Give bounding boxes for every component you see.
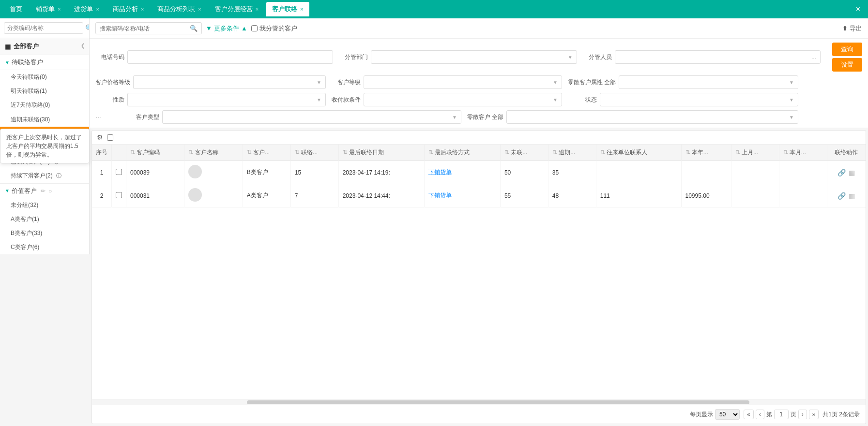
settings-button[interactable]: 设置	[832, 58, 862, 72]
filter-customer-level-select[interactable]: ▼	[364, 75, 562, 89]
row2-unc-val: 55	[504, 192, 511, 199]
sidebar-pending-group[interactable]: ▼ 待联络客户	[0, 55, 89, 70]
unclassified-label: 未分组(32)	[11, 202, 38, 208]
sidebar-item-b-class[interactable]: B类客户(33)	[0, 226, 89, 240]
sidebar-item-a-class[interactable]: A类客户(1)	[0, 212, 89, 226]
query-button[interactable]: 查询	[832, 43, 862, 56]
first-page-button[interactable]: «	[744, 410, 754, 419]
filter-phone-input[interactable]	[127, 50, 333, 64]
tab-home-label: 首页	[10, 5, 22, 14]
row2-grid-icon[interactable]: ▦	[849, 192, 855, 200]
sidebar-item-today-pending[interactable]: 今天待联络(0)	[0, 70, 89, 84]
filter-search-icon[interactable]: 🔍	[190, 25, 198, 32]
tomorrow-pending-label: 明天待联络(1)	[11, 88, 47, 94]
per-page-select[interactable]: 50 100 200	[715, 409, 740, 420]
row2-link-icon[interactable]: 🔗	[838, 192, 846, 200]
row2-last-method: 下销货单	[424, 184, 500, 207]
sidebar-item-tomorrow-pending[interactable]: 明天待联络(1)	[0, 84, 89, 98]
circle-icon[interactable]: ○	[48, 188, 52, 194]
tab-product-analysis-list[interactable]: 商品分析列表 ×	[152, 2, 207, 16]
col-header-name[interactable]: ⇅ 客户名称	[184, 145, 243, 161]
scrollbar-thumb[interactable]	[247, 400, 750, 404]
table-scroll[interactable]: 序号 ⇅ 客户编码 ⇅ 客户名称 ⇅	[92, 145, 866, 399]
filter-payment-select[interactable]: ▼	[364, 93, 562, 106]
grid-icon: ▦	[5, 43, 11, 50]
tab-purchase[interactable]: 进货单 ×	[68, 2, 105, 16]
tab-product-analysis-list-close[interactable]: ×	[198, 6, 201, 12]
row1-link-icon[interactable]: 🔗	[838, 169, 846, 176]
tab-sales[interactable]: 销货单 ×	[30, 2, 66, 16]
filter-price-level-select[interactable]: ▼	[133, 75, 326, 89]
page-number-input[interactable]	[774, 410, 789, 419]
sidebar-search-input[interactable]	[4, 22, 83, 34]
tab-customer-contact-close[interactable]: ×	[300, 6, 303, 12]
tab-product-analysis-list-label: 商品分析列表	[157, 5, 195, 14]
horizontal-scrollbar[interactable]	[92, 399, 866, 405]
tab-customer-stratify[interactable]: 客户分层经营 ×	[209, 2, 264, 16]
sort-icon-lm: ⇅	[735, 149, 740, 156]
tab-customer-stratify-close[interactable]: ×	[256, 6, 259, 12]
col-header-last-date[interactable]: ⇅ 最后联络日期	[338, 145, 424, 161]
row1-checkbox[interactable]	[116, 169, 122, 175]
my-customers-checkbox[interactable]	[251, 25, 258, 31]
sidebar-item-c-class[interactable]: C类客户(6)	[0, 240, 89, 254]
filter-nature-select[interactable]: ▼	[127, 93, 326, 106]
sidebar-search-icon[interactable]: 🔍	[85, 24, 90, 32]
select-all-checkbox[interactable]	[107, 134, 113, 141]
export-button[interactable]: ⬆ 导出	[842, 24, 862, 33]
sidebar-collapse-btn[interactable]: 《	[78, 42, 84, 51]
tab-product-analysis-close[interactable]: ×	[141, 6, 144, 12]
col-header-num: 序号	[92, 145, 112, 161]
filter-search-input[interactable]	[100, 25, 188, 32]
row1-method-val[interactable]: 下销货单	[428, 169, 452, 176]
tooltip-box: 距客户上次交易时长，超过了此客户的平均交易周期的1.5倍，则视为异常。	[0, 129, 90, 163]
col-header-uncontacted[interactable]: ⇅ 未联...	[500, 145, 548, 161]
filter-retail-customer-select[interactable]: ▼	[506, 110, 798, 124]
prev-page-button[interactable]: ‹	[756, 410, 764, 419]
gear-icon[interactable]: ⚙	[97, 133, 103, 141]
sidebar-item-unclassified[interactable]: 未分组(32)	[0, 198, 89, 212]
col-header-contact[interactable]: ⇅ 联络...	[290, 145, 338, 161]
per-page-label: 每页显示	[690, 411, 713, 419]
sidebar-all-customers[interactable]: ▦ 全部客户 《	[0, 38, 89, 55]
filter-customer-type-select[interactable]: ▼	[162, 110, 461, 124]
col-header-last-month[interactable]: ⇅ 上月...	[731, 145, 779, 161]
row2-category-val: A类客户	[247, 192, 268, 199]
sidebar-wrapper: 🔍 ▦ 全部客户 《 ▼ 待联络客户 今天待联络(0) 明天待联络(1) 近7天…	[0, 18, 90, 426]
row1-grid-icon[interactable]: ▦	[849, 169, 855, 176]
close-all-tabs[interactable]: ×	[852, 3, 864, 15]
col-header-code[interactable]: ⇅ 客户编码	[126, 145, 184, 161]
next-page-button[interactable]: ›	[798, 410, 807, 419]
tab-purchase-close[interactable]: ×	[96, 6, 99, 12]
row2-method-val[interactable]: 下销货单	[428, 192, 452, 199]
filter-customer-level-label: 客户等级	[332, 78, 361, 87]
sidebar-item-overdue-pending[interactable]: 逾期未联络(30)	[0, 113, 89, 127]
page-total-label: 页	[791, 411, 796, 419]
row2-checkbox[interactable]	[116, 192, 122, 198]
tab-home[interactable]: 首页	[4, 2, 28, 16]
tab-sales-close[interactable]: ×	[58, 6, 61, 12]
tab-customer-contact[interactable]: 客户联络 ×	[266, 2, 309, 16]
row1-actions: 🔗 ▦	[827, 161, 866, 184]
chevron-down-icon-8: ▼	[452, 115, 457, 120]
filter-status-select[interactable]: ▼	[600, 93, 798, 106]
col-header-this-month[interactable]: ⇅ 本月...	[779, 145, 827, 161]
filter-dept-select[interactable]: ▼	[371, 50, 577, 64]
filter-retail-attr-select[interactable]: ▼	[619, 75, 798, 89]
col-header-last-method[interactable]: ⇅ 最后联络方式	[424, 145, 500, 161]
edit-icon[interactable]: ✏	[41, 188, 46, 194]
filter-manager-select[interactable]: …	[615, 50, 821, 64]
sidebar-item-7day-pending[interactable]: 近7天待联络(0)	[0, 98, 89, 112]
col-header-this-year[interactable]: ⇅ 本年...	[681, 145, 731, 161]
more-conditions-btn[interactable]: ▼ 更多条件 ▲	[206, 24, 247, 33]
last-page-button[interactable]: »	[809, 410, 819, 419]
row1-last-method: 下销货单	[424, 161, 500, 184]
col-header-overdue[interactable]: ⇅ 逾期...	[548, 145, 596, 161]
sidebar-value-group[interactable]: ▼ 价值客户 ✏ ○	[0, 183, 89, 198]
sidebar-item-declining[interactable]: 持续下滑客户(2) ⓘ	[0, 169, 89, 183]
col-header-category[interactable]: ⇅ 客户...	[243, 145, 290, 161]
tab-product-analysis[interactable]: 商品分析 ×	[107, 2, 150, 16]
expand-more-icon[interactable]: ···	[95, 113, 101, 121]
col-header-contact-person[interactable]: ⇅ 往来单位联系人	[596, 145, 681, 161]
filter-price-level-label: 客户价格等级	[95, 78, 130, 87]
